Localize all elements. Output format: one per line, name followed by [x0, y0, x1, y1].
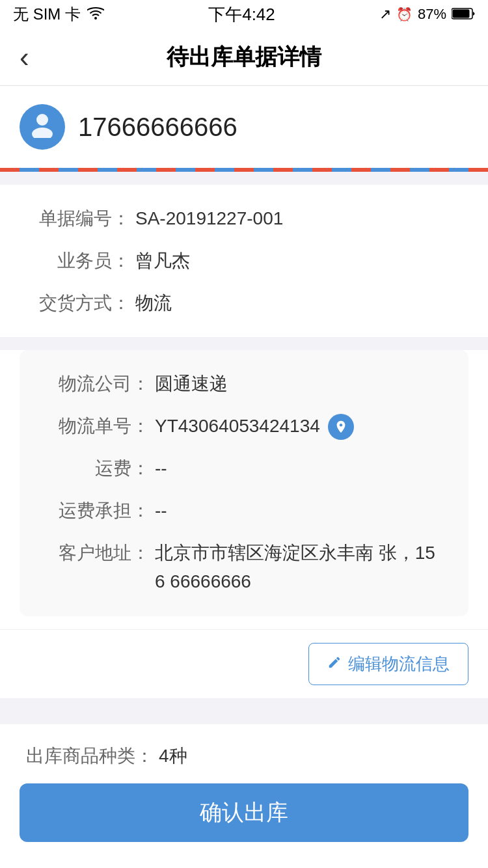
freight-bearer-value: --	[155, 496, 442, 526]
edit-btn-row: 编辑物流信息	[0, 629, 488, 698]
customer-header: 17666666666	[0, 86, 488, 168]
freight-row: 运费： --	[46, 454, 442, 483]
status-bar: 无 SIM 卡 下午4:42 ↗ ⏰ 87%	[0, 0, 488, 29]
delivery-row: 交货方式： 物流	[26, 289, 462, 318]
back-button[interactable]: ‹	[20, 43, 29, 72]
status-right: ↗ ⏰ 87%	[379, 5, 475, 23]
svg-point-2	[36, 114, 48, 126]
order-no-label: 单据编号：	[26, 204, 130, 234]
edit-logistics-button[interactable]: 编辑物流信息	[308, 643, 468, 685]
freight-bearer-label: 运费承担：	[46, 496, 150, 526]
order-no-row: 单据编号： SA-20191227-001	[26, 204, 462, 234]
tracking-label: 物流单号：	[46, 412, 150, 441]
tracking-value: YT43064053424134	[155, 412, 442, 441]
user-icon	[29, 111, 56, 144]
logistics-company-label: 物流公司：	[46, 370, 150, 399]
goods-types-row: 出库商品种类： 4种	[26, 744, 462, 768]
edit-logistics-label: 编辑物流信息	[348, 653, 450, 675]
logistics-company-row: 物流公司： 圆通速递	[46, 370, 442, 399]
confirm-button[interactable]: 确认出库	[20, 783, 468, 842]
wifi-icon	[87, 5, 104, 23]
bottom-area: 确认出库	[0, 770, 488, 868]
alarm-icon: ⏰	[396, 7, 413, 22]
order-no-value: SA-20191227-001	[135, 204, 462, 234]
carrier-text: 无 SIM 卡	[13, 4, 81, 25]
salesman-row: 业务员： 曾凡杰	[26, 247, 462, 276]
goods-types-label: 出库商品种类：	[26, 744, 154, 768]
salesman-label: 业务员：	[26, 247, 130, 276]
main-content: ‹ 待出库单据详情 17666666666 单据编号： SA-20191227-…	[0, 29, 488, 868]
nav-bar: ‹ 待出库单据详情	[0, 29, 488, 86]
track-location-icon[interactable]	[328, 414, 354, 440]
status-left: 无 SIM 卡	[13, 4, 104, 25]
confirm-label: 确认出库	[200, 798, 288, 828]
edit-icon	[327, 655, 342, 673]
battery-icon	[452, 5, 475, 23]
svg-rect-1	[452, 10, 469, 18]
location-icon: ↗	[379, 6, 391, 23]
page-title: 待出库单据详情	[167, 42, 321, 72]
freight-value: --	[155, 454, 442, 483]
goods-types-value: 4种	[159, 744, 187, 768]
logistics-company-value: 圆通速递	[155, 370, 442, 399]
order-info-section: 单据编号： SA-20191227-001 业务员： 曾凡杰 交货方式： 物流	[0, 185, 488, 337]
logistics-card: 物流公司： 圆通速递 物流单号： YT43064053424134 运费： --…	[20, 350, 468, 616]
section-divider	[0, 698, 488, 711]
freight-bearer-row: 运费承担： --	[46, 496, 442, 526]
svg-point-3	[32, 128, 53, 138]
salesman-value: 曾凡杰	[135, 247, 462, 276]
battery-text: 87%	[418, 6, 446, 23]
delivery-label: 交货方式：	[26, 289, 130, 318]
tracking-row: 物流单号： YT43064053424134	[46, 412, 442, 441]
dashed-divider	[0, 168, 488, 172]
address-label: 客户地址：	[46, 539, 150, 568]
address-row: 客户地址： 北京市市辖区海淀区永丰南 张，156 66666666	[46, 539, 442, 597]
freight-label: 运费：	[46, 454, 150, 483]
address-value: 北京市市辖区海淀区永丰南 张，156 66666666	[155, 539, 442, 597]
avatar	[20, 104, 65, 150]
delivery-value: 物流	[135, 289, 462, 318]
time-display: 下午4:42	[208, 3, 275, 26]
customer-phone: 17666666666	[78, 113, 237, 142]
